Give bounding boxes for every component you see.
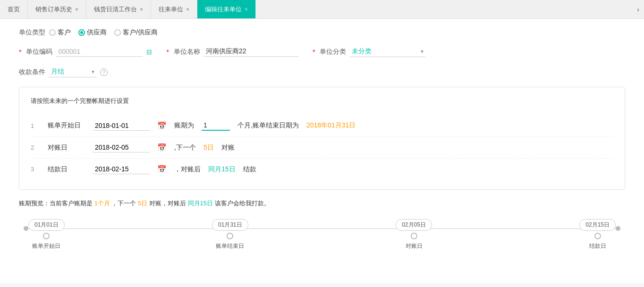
unit-code-icon[interactable]: ⊟ bbox=[146, 48, 152, 56]
unit-type-radio-group: 客户 供应商 客户/供应商 bbox=[49, 28, 158, 37]
radio-customer-supplier[interactable]: 客户/供应商 bbox=[114, 28, 158, 37]
preview-suffix: 该客户会给我打款。 bbox=[215, 200, 270, 207]
row-2-label: 对账日 bbox=[48, 144, 85, 152]
unit-name-field: * 单位名称 bbox=[166, 47, 298, 57]
node-4-label-bottom: 结款日 bbox=[589, 242, 606, 250]
row-1-calendar-icon[interactable]: 📅 bbox=[157, 121, 167, 130]
row-2-suffix-before: ,下一个 bbox=[174, 144, 196, 152]
tab-partner-label: 往来单位 bbox=[159, 5, 183, 14]
node-1-dot bbox=[43, 233, 50, 239]
payment-terms-arrow-icon: ▾ bbox=[92, 68, 94, 75]
tab-sales-history-close[interactable]: × bbox=[75, 6, 78, 13]
tab-home-label: 首页 bbox=[8, 5, 20, 14]
settings-card: 请按照未来的一个完整帐期进行设置 1 账单开始日 📅 账期为 个月,账单结束日期… bbox=[19, 87, 625, 190]
main-content: 单位类型 客户 供应商 客户/供应商 * 单位编码 bbox=[0, 19, 644, 283]
payment-terms-dropdown[interactable]: 月结 ▾ bbox=[49, 67, 96, 77]
tab-home[interactable]: 首页 bbox=[0, 0, 28, 18]
preview-prefix: 账期预览：当前客户账期是 bbox=[19, 200, 93, 207]
unit-name-label: 单位名称 bbox=[174, 48, 200, 56]
timeline-end-dot bbox=[616, 226, 620, 231]
tab-cash-work[interactable]: 钱货日清工作台 × bbox=[86, 0, 151, 18]
card-title: 请按照未来的一个完整帐期进行设置 bbox=[31, 97, 613, 105]
preview-mid1: ，下一个 bbox=[111, 200, 136, 207]
timeline-node-3: 02月05日 对账日 bbox=[396, 219, 432, 250]
row-3-suffix-before: ，对账后 bbox=[174, 165, 201, 174]
row-3-num: 3 bbox=[31, 166, 40, 173]
timeline-node-4: 02月15日 结款日 bbox=[579, 219, 616, 250]
unit-category-star: * bbox=[313, 48, 315, 56]
row-1-period-prefix: 账期为 bbox=[174, 121, 194, 130]
unit-name-input[interactable] bbox=[204, 47, 298, 57]
tab-edit-partner-label: 编辑往来单位 bbox=[205, 5, 242, 14]
node-2-label-top: 01月31日 bbox=[212, 219, 248, 231]
radio-customer[interactable]: 客户 bbox=[49, 28, 71, 37]
unit-category-field: * 单位分类 未分类 ▾ bbox=[313, 46, 425, 57]
unit-category-value: 未分类 bbox=[352, 47, 418, 56]
payment-terms-label: 收款条件 bbox=[19, 68, 45, 76]
unit-category-arrow-icon: ▾ bbox=[421, 48, 424, 55]
unit-info-row: * 单位编码 ⊟ * 单位名称 * 单位分类 未分类 ▾ bbox=[19, 46, 625, 57]
tab-cash-work-label: 钱货日清工作台 bbox=[94, 5, 137, 14]
preview-orange1: 1个月 bbox=[94, 200, 110, 207]
preview-orange2: 5日 bbox=[138, 200, 147, 207]
timeline-start-dot bbox=[24, 226, 28, 231]
unit-code-star: * bbox=[19, 48, 21, 56]
radio-customer-circle bbox=[49, 29, 56, 36]
node-4-dot bbox=[594, 233, 601, 239]
node-3-label-bottom: 对账日 bbox=[406, 242, 423, 250]
row-3-date-input[interactable] bbox=[93, 164, 150, 174]
row-3-label: 结款日 bbox=[48, 165, 85, 174]
tab-edit-partner-close[interactable]: × bbox=[245, 6, 248, 13]
row-1-num: 1 bbox=[31, 122, 40, 129]
tab-bar: 首页 销售订单历史 × 钱货日清工作台 × 往来单位 × 编辑往来单位 × › bbox=[0, 0, 644, 19]
tab-cash-work-close[interactable]: × bbox=[140, 6, 143, 13]
tab-sales-history[interactable]: 销售订单历史 × bbox=[28, 0, 86, 18]
row-1-label: 账单开始日 bbox=[48, 121, 85, 130]
row-2-calendar-icon[interactable]: 📅 bbox=[157, 143, 167, 152]
radio-customer-supplier-label: 客户/供应商 bbox=[123, 28, 158, 37]
setting-row-1: 1 账单开始日 📅 账期为 个月,账单结束日期为 2018年01月31日 bbox=[31, 115, 613, 137]
timeline-node-2: 01月31日 账单结束日 bbox=[212, 219, 248, 250]
unit-type-label: 单位类型 bbox=[19, 28, 45, 37]
unit-code-label: 单位编码 bbox=[26, 48, 52, 56]
row-1-date-input[interactable] bbox=[93, 121, 150, 131]
tab-sales-history-label: 销售订单历史 bbox=[35, 5, 72, 14]
tab-edit-partner[interactable]: 编辑往来单位 × bbox=[197, 0, 256, 18]
row-2-date-input[interactable] bbox=[93, 143, 150, 152]
setting-row-3: 3 结款日 📅 ，对账后 同月15日 结款 bbox=[31, 159, 613, 180]
tab-more-button[interactable]: › bbox=[632, 0, 644, 18]
setting-row-2: 2 对账日 📅 ,下一个5日 对账 bbox=[31, 137, 613, 159]
unit-code-field: * 单位编码 ⊟ bbox=[19, 47, 152, 57]
radio-customer-supplier-circle bbox=[114, 29, 121, 36]
radio-supplier-circle bbox=[78, 29, 85, 36]
radio-customer-label: 客户 bbox=[58, 28, 71, 37]
unit-category-label: 单位分类 bbox=[320, 48, 346, 56]
timeline: 01月01日 账单开始日 01月31日 账单结束日 02月05日 对账日 bbox=[19, 219, 625, 264]
radio-supplier[interactable]: 供应商 bbox=[78, 28, 107, 37]
node-3-label-top: 02月05日 bbox=[396, 219, 432, 231]
unit-code-input[interactable] bbox=[56, 47, 143, 57]
node-3-dot bbox=[411, 233, 417, 239]
payment-terms-row: 收款条件 月结 ▾ ? bbox=[19, 67, 625, 77]
row-2-num: 2 bbox=[31, 144, 40, 151]
tab-partner[interactable]: 往来单位 × bbox=[151, 0, 197, 18]
row-1-period-input[interactable] bbox=[202, 120, 230, 131]
payment-terms-field: 收款条件 月结 ▾ ? bbox=[19, 67, 108, 77]
timeline-node-1: 01月01日 账单开始日 bbox=[28, 219, 65, 250]
chevron-right-icon: › bbox=[637, 6, 639, 13]
tab-partner-close[interactable]: × bbox=[186, 6, 189, 13]
row-2-suffix-orange: 5日 bbox=[203, 144, 214, 152]
unit-name-star: * bbox=[166, 48, 169, 56]
node-1-label-bottom: 账单开始日 bbox=[32, 242, 60, 250]
node-2-dot bbox=[227, 233, 233, 239]
unit-category-dropdown[interactable]: 未分类 ▾ bbox=[350, 46, 425, 57]
preview-mid2: 对账，对账后 bbox=[149, 200, 186, 207]
help-icon[interactable]: ? bbox=[100, 68, 108, 76]
row-3-suffix-after: 结款 bbox=[243, 165, 256, 174]
radio-supplier-label: 供应商 bbox=[87, 28, 107, 37]
row-3-calendar-icon[interactable]: 📅 bbox=[157, 165, 167, 174]
node-1-label-top: 01月01日 bbox=[28, 219, 65, 231]
payment-terms-value: 月结 bbox=[51, 68, 89, 76]
row-1-period-end: 2018年01月31日 bbox=[306, 121, 356, 130]
preview-teal: 同月15日 bbox=[188, 200, 213, 207]
